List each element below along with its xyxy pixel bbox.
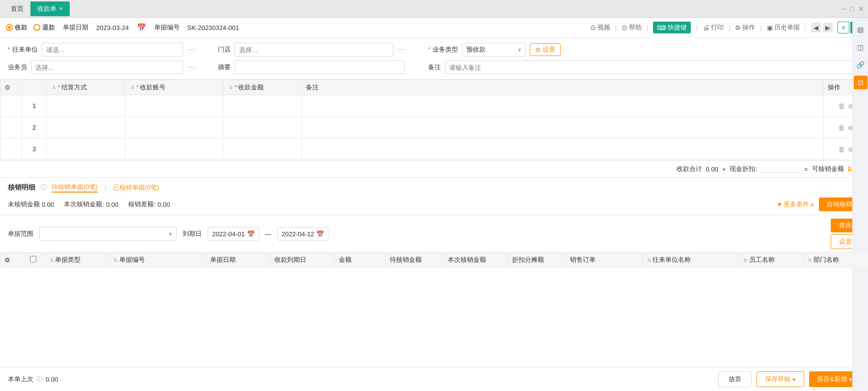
filter-more-btn[interactable]: ▼ 更多条件 ∧ <box>776 200 815 209</box>
th-amount: ⇅ 收款金额 <box>223 80 302 95</box>
btn-save-draft[interactable]: 保存草稿 ▾ <box>757 371 804 387</box>
main-content: 收款 退款 单据日期 2023-03-24 📅 单据编号 SK-20230324… <box>0 18 868 391</box>
bottom-table-section[interactable]: ⚙ ⇅ 单据类型 ⇅ 单据编号 单据日期 <box>0 252 868 367</box>
partner-group: 往来单位 ··· <box>8 43 194 56</box>
btn-help[interactable]: ⊙ 帮助 <box>622 23 642 32</box>
minimize-icon[interactable]: ─ <box>841 5 846 13</box>
btn-actions[interactable]: ⚙ 操作 <box>735 23 755 32</box>
salesperson-more-icon[interactable]: ··· <box>188 63 194 72</box>
store-input[interactable] <box>235 43 393 56</box>
toolbar-right: ⊙ 视频 | ⊙ 帮助 | ⌨ 快捷键 | 🖨 打印 | ⚙ 操作 <box>590 22 862 33</box>
table-gear-icon[interactable]: ⚙ <box>4 84 11 91</box>
btn-history[interactable]: ▣ 历史单据 <box>767 23 800 32</box>
toolbar: 收款 退款 单据日期 2023-03-24 📅 单据编号 SK-20230324… <box>0 18 868 38</box>
tab-home[interactable]: 首页 <box>4 1 30 16</box>
business-type-group: 业务类型 预收款 ▾ ⚙ 设置 <box>428 43 561 56</box>
bth-date: 单据日期 <box>206 252 270 268</box>
tab-close-icon[interactable]: × <box>59 5 63 12</box>
video-icon: ⊙ <box>590 24 596 31</box>
business-type-value: 预收款 <box>466 45 486 54</box>
radio-shoukuan[interactable]: 收款 <box>6 23 27 32</box>
partner-more-icon[interactable]: ··· <box>188 45 194 54</box>
btn-video[interactable]: ⊙ 视频 <box>590 23 610 32</box>
partner-input[interactable] <box>42 43 183 56</box>
sidebar-icon-4[interactable]: ⊡ <box>854 76 868 89</box>
td-settings-1 <box>0 95 22 117</box>
bth-partner: ⇅ 往来单位名称 <box>643 252 739 268</box>
td-remark-1[interactable] <box>302 95 824 117</box>
btn-save-draft-label: 保存草稿 <box>765 375 790 384</box>
th-num <box>22 80 47 95</box>
footer: 本单上次 ⓘ 0.00 放弃 保存草稿 ▾ 保存&新增 ▾ <box>0 367 868 391</box>
delete-icon-2[interactable]: 🗑 <box>838 124 845 132</box>
td-amount-2[interactable] <box>223 117 302 139</box>
summary-available-label: 可核销金额 <box>812 165 844 173</box>
td-settle-3[interactable] <box>47 139 125 160</box>
summary-discount-label: 现金折扣: <box>730 165 757 173</box>
td-remark-2[interactable] <box>302 117 824 139</box>
salesperson-input[interactable] <box>31 60 183 74</box>
bth-settings[interactable]: ⚙ <box>0 252 26 268</box>
select-all-checkbox[interactable] <box>30 256 36 262</box>
hexiao-section: 核销明细 ⓘ 待核销单据(0笔) | 已核销单据(0笔) 未核销金额 0.00 … <box>0 178 868 367</box>
hexiao-info-icon[interactable]: ⓘ <box>40 183 47 192</box>
summary-discount-input[interactable] <box>761 165 800 173</box>
delete-icon-3[interactable]: 🗑 <box>838 145 845 153</box>
bth-amount: 金额 <box>334 252 386 268</box>
next-arrow[interactable]: ▶ <box>823 23 833 32</box>
td-account-3[interactable] <box>125 139 223 160</box>
window-controls: ─ □ ✕ <box>841 5 864 13</box>
hexiao-stats: 未核销金额 0.00 本次核销金额: 0.00 核销差额: 0.00 ▼ 更多条… <box>0 196 868 215</box>
delete-icon-1[interactable]: 🗑 <box>838 102 845 110</box>
th-settings[interactable]: ⚙ <box>0 80 22 95</box>
date-value: 2023-03-24 <box>96 24 129 31</box>
th-remark: 备注 <box>302 80 824 95</box>
setting-icon: ⚙ <box>535 46 541 54</box>
bth-employee: ⇅ 员工名称 <box>739 252 804 268</box>
tab-pending[interactable]: 待核销单据(0笔) <box>52 183 98 193</box>
sidebar-icon-1[interactable]: ▤ <box>854 23 868 36</box>
td-remark-3[interactable] <box>302 139 824 160</box>
td-amount-3[interactable] <box>223 139 302 160</box>
btn-history-label: 历史单据 <box>774 23 800 32</box>
td-account-2[interactable] <box>125 117 223 139</box>
save-draft-chevron-icon: ▾ <box>792 376 796 383</box>
footer-info-icon[interactable]: ⓘ <box>36 375 43 384</box>
sidebar-icon-2[interactable]: ◫ <box>854 40 868 54</box>
td-amount-1[interactable] <box>223 95 302 117</box>
maximize-icon[interactable]: □ <box>850 5 854 13</box>
bottom-gear-icon[interactable]: ⚙ <box>4 256 10 264</box>
form-section: 往来单位 ··· 门店 ··· 业务类型 预收款 ▾ ⚙ 设置 <box>0 38 868 80</box>
remark-input[interactable] <box>445 60 860 74</box>
summary-total-value: 0.00 <box>706 166 718 173</box>
tab-done[interactable]: 已核销单据(0笔) <box>113 183 159 192</box>
btn-setting[interactable]: ⚙ 设置 <box>530 43 561 56</box>
btn-kuaijian[interactable]: ⌨ 快捷键 <box>653 22 691 33</box>
remark-label: 备注 <box>428 63 441 72</box>
td-settle-2[interactable] <box>47 117 125 139</box>
hexiao-header: 核销明细 ⓘ 待核销单据(0笔) | 已核销单据(0笔) <box>0 178 868 196</box>
bth-checkbox[interactable] <box>26 252 45 268</box>
store-group: 门店 ··· <box>218 43 405 56</box>
radio-tuikuan[interactable]: 退款 <box>33 23 55 32</box>
range-select[interactable]: ▾ <box>39 227 177 241</box>
tab-current[interactable]: 收款单 × <box>30 1 70 16</box>
close-icon[interactable]: ✕ <box>858 5 864 13</box>
store-more-icon[interactable]: ··· <box>398 45 405 54</box>
sidebar-icon-3[interactable]: 🔗 <box>854 58 868 72</box>
range-label: 单据范围 <box>8 229 33 238</box>
summary-total-label: 收款合计 <box>677 165 702 173</box>
btn-abandon[interactable]: 放弃 <box>718 371 752 387</box>
summary-input[interactable] <box>235 60 405 74</box>
date-to-picker[interactable]: 2022-04-12 📅 <box>277 227 329 241</box>
calendar-icon[interactable]: 📅 <box>137 23 146 32</box>
td-settle-1[interactable] <box>47 95 125 117</box>
prev-arrow[interactable]: ◀ <box>811 23 821 32</box>
sort-type-icon: ⇅ <box>50 257 54 263</box>
btn-print[interactable]: 🖨 打印 <box>703 23 724 32</box>
business-type-select[interactable]: 预收款 ▾ <box>462 43 526 56</box>
list-view-icon[interactable]: ≡ <box>838 22 849 33</box>
date-from-picker[interactable]: 2022-04-01 📅 <box>208 227 259 241</box>
calendar-to-icon: 📅 <box>316 230 324 238</box>
td-account-1[interactable] <box>125 95 223 117</box>
